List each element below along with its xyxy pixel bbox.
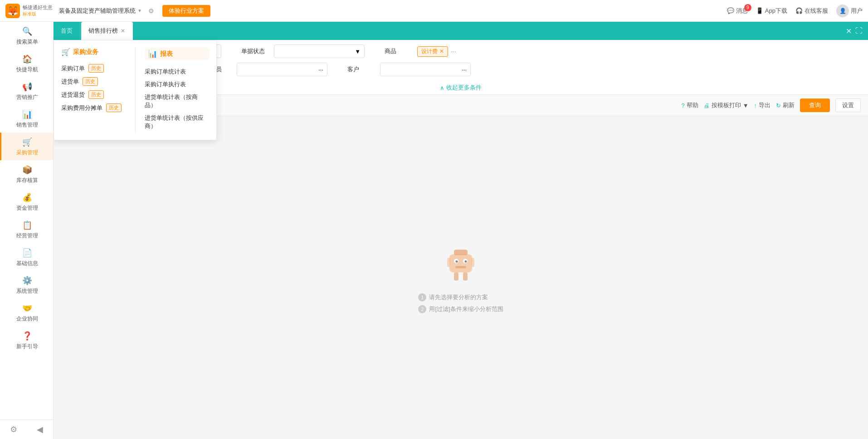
empty-illustration	[438, 241, 483, 286]
headset-icon: 🎧	[795, 7, 803, 14]
enterprise-icon: 🤝	[22, 303, 32, 313]
svg-rect-6	[455, 266, 466, 268]
message-badge: 9	[744, 4, 751, 11]
main-layout: 🔍 搜索菜单 🏠 快捷导航 📢 营销推广 📊 销售管理 🛒 采购管理 📦 库存核…	[0, 22, 868, 439]
sidebar-bottom: ⚙ ◀	[0, 419, 53, 439]
refresh-icon: ↻	[776, 102, 781, 109]
report-section-icon: 📊	[148, 49, 157, 58]
message-button[interactable]: 💬 消息 9	[727, 7, 748, 15]
sidebar-item-inventory[interactable]: 📦 库存核算	[0, 160, 53, 188]
top-header: 🦊 畅捷通好生意 标准版 装备及固定资产辅助管理系统 ▼ ⚙ 体验行业方案 💬 …	[0, 0, 868, 22]
title-dropdown-icon[interactable]: ▼	[137, 8, 142, 13]
menu-item-inbound[interactable]: 进货单 历史	[61, 75, 126, 88]
sidebar-item-guide[interactable]: ❓ 新手引导	[0, 326, 53, 354]
query-button[interactable]: 查询	[800, 99, 830, 112]
bill-status-select[interactable]: ▼	[274, 44, 365, 58]
sidebar-item-purchase[interactable]: 🛒 采购管理	[0, 133, 53, 160]
export-btn[interactable]: ↑ 导出	[754, 101, 771, 109]
purchase-section-icon: 🛒	[61, 48, 70, 56]
online-service-button[interactable]: 🎧 在线客服	[795, 7, 828, 15]
hist-badge-purchase-order: 历史	[88, 64, 104, 73]
menu-item-purchase-order[interactable]: 采购订单 历史	[61, 62, 126, 75]
svg-rect-1	[454, 250, 468, 255]
hist-badge-purchase-cost: 历史	[106, 104, 122, 112]
customer-dots[interactable]: ···	[462, 66, 467, 73]
goods-label: 商品	[385, 47, 412, 55]
menu-item-purchase-order-stat[interactable]: 采购订单统计表	[145, 65, 210, 78]
menu-item-inbound-stat-goods[interactable]: 进货单统计表（按商品）	[145, 91, 210, 112]
svg-rect-7	[447, 258, 451, 267]
help-btn[interactable]: ? 帮助	[681, 101, 698, 109]
tab-home[interactable]: 首页	[54, 22, 80, 40]
setting-button[interactable]: 设置	[835, 99, 861, 112]
goods-tag[interactable]: 设计费 ✕	[417, 46, 448, 57]
empty-state: 1 请先选择要分析的方案 2 用[过滤]条件来缩小分析范围	[54, 116, 868, 439]
megaphone-icon: 📢	[22, 82, 32, 92]
tab-close-all-icon[interactable]: ✕	[846, 27, 852, 35]
sidebar-item-finance[interactable]: 💰 资金管理	[0, 188, 53, 216]
customer-select[interactable]: ···	[380, 63, 471, 76]
content-area: 首页 销售排行榜 ✕ ✕ ⛶ 🛒 采购业务 采购订单 历	[54, 22, 868, 439]
menu-item-inbound-return[interactable]: 进货退货 历史	[61, 88, 126, 101]
logo-title: 畅捷通好生意	[23, 4, 53, 10]
menu-item-inbound-stat-supplier[interactable]: 进货单统计表（按供应商）	[145, 112, 210, 133]
hist-badge-inbound: 历史	[83, 77, 98, 86]
tip-num-2: 2	[418, 305, 426, 313]
purchase-section-title: 🛒 采购业务	[61, 48, 126, 56]
sidebar-settings-btn[interactable]: ⚙	[10, 424, 17, 434]
sidebar-item-enterprise[interactable]: 🤝 企业协同	[0, 299, 53, 326]
salesperson-select[interactable]: ···	[237, 63, 327, 76]
gear-icon[interactable]: ⚙	[148, 7, 154, 15]
sidebar: 🔍 搜索菜单 🏠 快捷导航 📢 营销推广 📊 销售管理 🛒 采购管理 📦 库存核…	[0, 22, 54, 439]
trial-button[interactable]: 体验行业方案	[162, 5, 210, 17]
purchase-dropdown-menu: 🛒 采购业务 采购订单 历史 进货单 历史 进货退货 历史 采购费用分摊单	[54, 40, 217, 140]
header-right: 💬 消息 9 📱 App下载 🎧 在线客服 👤 用户	[727, 5, 863, 17]
menu-item-purchase-order-exec[interactable]: 采购订单执行表	[145, 78, 210, 91]
sidebar-item-operation[interactable]: 📋 经营管理	[0, 216, 53, 243]
app-download-button[interactable]: 📱 App下载	[756, 7, 787, 15]
sidebar-item-basic[interactable]: 📄 基础信息	[0, 243, 53, 271]
svg-point-5	[465, 260, 467, 262]
chart-icon: 📊	[22, 109, 32, 119]
sidebar-collapse-btn[interactable]: ◀	[37, 424, 43, 434]
system-title: 装备及固定资产辅助管理系统 ▼	[59, 7, 142, 15]
print-btn[interactable]: 🖨 按模板打印 ▼	[704, 101, 749, 109]
sidebar-item-quick[interactable]: 🏠 快捷导航	[0, 49, 53, 77]
home-icon: 🏠	[22, 54, 32, 64]
phone-icon: 📱	[756, 7, 763, 14]
sidebar-item-sales[interactable]: 📊 销售管理	[0, 105, 53, 133]
user-avatar: 👤	[836, 5, 849, 17]
print-dropdown-icon[interactable]: ▼	[743, 102, 749, 109]
bill-status-label: 单据状态	[241, 47, 268, 55]
sidebar-item-search[interactable]: 🔍 搜索菜单	[0, 22, 53, 49]
menu-divider	[135, 48, 136, 133]
refresh-btn[interactable]: ↻ 刷新	[776, 101, 795, 109]
search-icon: 🔍	[22, 26, 32, 36]
tab-bar: 首页 销售排行榜 ✕ ✕ ⛶	[54, 22, 868, 40]
salesperson-dots[interactable]: ···	[318, 66, 323, 73]
sidebar-item-marketing[interactable]: 📢 营销推广	[0, 77, 53, 105]
goods-dots[interactable]: ···	[451, 48, 456, 55]
svg-rect-10	[463, 272, 468, 281]
tab-close-icon[interactable]: ✕	[121, 28, 125, 34]
export-icon: ↑	[754, 102, 757, 109]
guide-icon: ❓	[22, 331, 32, 341]
user-menu[interactable]: 👤 用户	[836, 5, 863, 17]
goods-tag-close[interactable]: ✕	[439, 48, 444, 54]
svg-rect-9	[454, 272, 458, 281]
logo-badge: 标准版	[23, 11, 53, 17]
report-section-title: 📊 报表	[145, 48, 210, 60]
menu-item-purchase-cost[interactable]: 采购费用分摊单 历史	[61, 101, 126, 114]
tab-fullscreen-icon[interactable]: ⛶	[855, 27, 863, 35]
tab-sales-rank[interactable]: 销售排行榜 ✕	[81, 22, 133, 40]
print-icon: 🖨	[704, 102, 710, 109]
empty-tip-2: 2 用[过滤]条件来缩小分析范围	[418, 303, 503, 315]
collapse-icon: ∧	[440, 84, 444, 91]
sidebar-item-system[interactable]: ⚙️ 系统管理	[0, 271, 53, 299]
hist-badge-inbound-return: 历史	[88, 90, 104, 99]
purchase-business-section: 🛒 采购业务 采购订单 历史 进货单 历史 进货退货 历史 采购费用分摊单	[61, 48, 126, 133]
svg-rect-8	[471, 258, 474, 267]
empty-tip-1: 1 请先选择要分析的方案	[418, 291, 503, 303]
logo-area: 🦊 畅捷通好生意 标准版	[5, 4, 59, 18]
help-icon: ?	[681, 102, 684, 109]
